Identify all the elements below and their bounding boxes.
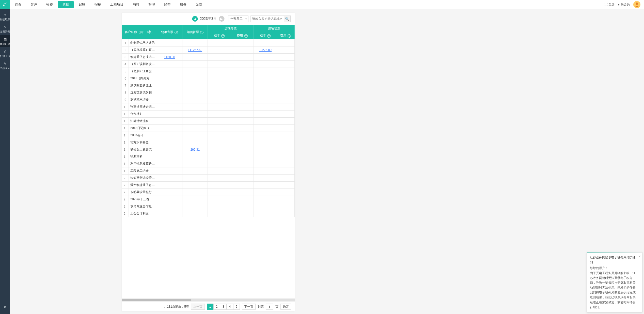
avatar[interactable]	[633, 1, 640, 8]
nav-item-10[interactable]: 服务	[175, 0, 191, 9]
nav-items: 首页客户收费票据记账报税工商项目消息管理经营服务设置	[10, 0, 207, 9]
top-nav: 首页客户收费票据记账报税工商项目消息管理经营服务设置 ⛶ 全屏 ▸ 畅会员	[0, 0, 644, 9]
nav-item-9[interactable]: 经营	[160, 0, 175, 9]
fullscreen-label: 全屏	[608, 2, 615, 7]
play-icon: ▸	[618, 3, 620, 6]
nav-item-5[interactable]: 报税	[90, 0, 106, 9]
nav-item-7[interactable]: 消息	[128, 0, 144, 9]
fullscreen-icon: ⛶	[604, 3, 607, 6]
logo[interactable]	[0, 0, 10, 9]
vip-label: 畅会员	[621, 2, 630, 7]
nav-item-2[interactable]: 收费	[42, 0, 57, 9]
fullscreen-button[interactable]: ⛶ 全屏	[604, 2, 615, 7]
svg-point-0	[636, 2, 638, 5]
nav-item-0[interactable]: 首页	[10, 0, 26, 9]
top-right: ⛶ 全屏 ▸ 畅会员	[604, 1, 644, 8]
nav-item-8[interactable]: 管理	[144, 0, 160, 9]
nav-item-4[interactable]: 记账	[74, 0, 90, 9]
nav-item-6[interactable]: 工商项目	[106, 0, 128, 9]
nav-item-3[interactable]: 票据	[58, 1, 74, 8]
vip-button[interactable]: ▸ 畅会员	[618, 2, 630, 7]
nav-item-1[interactable]: 客户	[26, 0, 42, 9]
nav-item-11[interactable]: 设置	[191, 0, 207, 9]
